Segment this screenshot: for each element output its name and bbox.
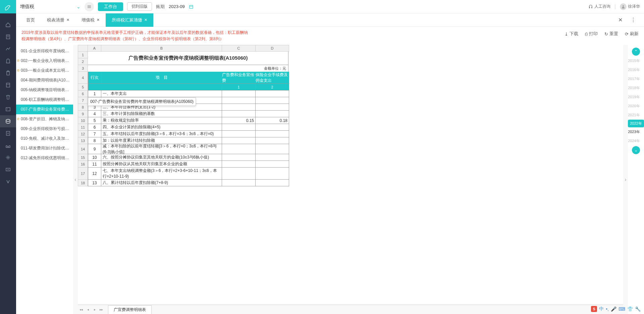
cell-value[interactable] (222, 97, 256, 104)
sheet-nav-next[interactable]: ▸ (91, 306, 98, 314)
row-header[interactable]: 4 (78, 72, 88, 84)
ime-tool-icon[interactable]: 🔧 (635, 306, 641, 312)
sheet-nav-first[interactable]: ◂◂ (78, 306, 85, 314)
year-item[interactable]: 2021年 (628, 111, 644, 120)
reset-button[interactable]: ↻重置 (604, 31, 618, 37)
ime-lang[interactable]: 中 (599, 306, 604, 312)
year-item[interactable]: 2020年 (628, 102, 644, 111)
tree-item[interactable]: 011-研发费用加计扣除优惠... (16, 143, 73, 153)
row-header[interactable]: 7 (78, 97, 88, 104)
row-header[interactable]: 9 (78, 111, 88, 117)
tree-item[interactable]: ⊘003-一般企业成本支出明细... (16, 66, 73, 75)
cell-value[interactable] (256, 168, 289, 180)
cell-value[interactable] (256, 131, 289, 137)
cell-value[interactable] (256, 137, 289, 144)
user-menu[interactable]: 徐泽华 (620, 3, 640, 10)
cell-value[interactable]: 0.18 (256, 117, 289, 124)
close-all-button[interactable]: ✕ (614, 17, 627, 23)
tab-tax-list[interactable]: 税表清册✕ (41, 13, 75, 27)
tree-item[interactable]: 010-免税、减计收入及加计... (16, 134, 73, 143)
row-header[interactable]: 12 (78, 131, 88, 137)
cell-value[interactable] (256, 111, 289, 117)
collapse-tree-button[interactable]: ‹ (73, 45, 78, 314)
col-header[interactable]: C (222, 45, 256, 52)
nav-doc-icon[interactable] (0, 31, 16, 43)
col-header[interactable]: B (101, 45, 222, 52)
refresh-button[interactable]: ⟳刷新 (625, 31, 639, 37)
cell-value[interactable] (222, 168, 256, 180)
row-header[interactable]: 18 (78, 180, 88, 186)
year-scroll-down[interactable]: ⌄ (632, 146, 640, 154)
tree-item[interactable]: 006-职工薪酬纳税调整明细... (16, 95, 73, 105)
nav-image-icon[interactable] (0, 103, 16, 115)
nav-chart-icon[interactable] (0, 43, 16, 55)
cell-value[interactable] (222, 124, 256, 131)
tab-vat[interactable]: 增值税✕ (75, 13, 106, 27)
nav-clipboard-icon[interactable] (0, 67, 16, 79)
cell-value[interactable] (256, 144, 289, 154)
year-scroll-up[interactable]: ⌃ (632, 48, 640, 56)
cell-value[interactable] (222, 111, 256, 117)
nav-bag-icon[interactable] (0, 55, 16, 67)
more-tabs-button[interactable]: ⋮ (627, 17, 640, 23)
cell-value[interactable] (256, 104, 289, 111)
year-item[interactable]: 2024年 (628, 136, 644, 145)
tree-item[interactable]: 005-纳税调整项目明细表(A1... (16, 85, 73, 95)
cell-value[interactable] (222, 137, 256, 144)
list-icon-button[interactable] (85, 2, 94, 11)
grid-corner[interactable] (78, 45, 88, 52)
nav-shirt-icon[interactable] (0, 91, 16, 103)
year-item[interactable]: 2019年 (628, 92, 644, 102)
year-item[interactable]: 2016年 (628, 65, 644, 74)
year-item[interactable]: 2017年 (628, 74, 644, 83)
tree-item[interactable]: 007-广告费和业务宣传费跨... (16, 105, 73, 114)
tab-home[interactable]: 首页 (20, 13, 41, 27)
nav-export-icon[interactable] (0, 127, 16, 139)
row-header[interactable]: 1 (78, 52, 88, 58)
tree-item[interactable]: ⊘008-资产折旧、摊销及纳税... (16, 114, 73, 124)
nav-calc-icon[interactable] (0, 79, 16, 91)
sheet-nav-prev[interactable]: ◂ (85, 306, 91, 314)
tree-item[interactable]: 004-期间费用明细表(A1040... (16, 75, 73, 85)
row-header[interactable]: 10 (78, 117, 88, 124)
module-selector[interactable]: 增值税 ⌄ (20, 4, 80, 10)
expand-panel-button[interactable]: › (623, 45, 628, 314)
close-icon[interactable]: ✕ (66, 18, 69, 22)
nav-inbox-icon[interactable] (0, 139, 16, 151)
nav-home-icon[interactable] (0, 19, 16, 31)
row-header[interactable]: 15 (78, 154, 88, 161)
nav-tax-icon[interactable] (0, 115, 16, 127)
cell-value[interactable] (256, 154, 289, 161)
ime-punct-icon[interactable]: •, (606, 306, 609, 312)
row-header[interactable]: 5 (78, 84, 88, 90)
year-item[interactable]: 2022年 (628, 120, 644, 127)
cell-value[interactable] (256, 161, 289, 168)
close-icon[interactable]: ✕ (97, 18, 100, 22)
ime-keyboard-icon[interactable]: ⌨ (619, 306, 625, 312)
col-header[interactable]: D (256, 45, 289, 52)
old-version-button[interactable]: 切到旧版 (127, 2, 152, 11)
spreadsheet[interactable]: ABCD 123456789101112131415161718 广告费和业务宣… (78, 45, 623, 305)
row-header[interactable]: 6 (78, 90, 88, 97)
cell-value[interactable] (222, 180, 256, 186)
ime-skin-icon[interactable]: 👕 (627, 306, 633, 312)
cell-value[interactable] (222, 144, 256, 154)
print-button[interactable]: ⎙打印 (585, 31, 598, 37)
year-item[interactable]: 2015年 (628, 56, 644, 65)
tree-item[interactable]: 009-企业所得税弥补亏损明... (16, 124, 73, 134)
year-item[interactable]: 2023年 (628, 127, 644, 136)
row-header[interactable]: 2 (78, 58, 88, 65)
support-link[interactable]: 人工咨询 (588, 4, 610, 9)
close-icon[interactable]: ✕ (144, 18, 147, 22)
cell-value[interactable] (222, 90, 256, 97)
tree-item[interactable]: 012-减免所得税优惠明细表(... (16, 153, 73, 163)
calendar-icon[interactable] (189, 4, 194, 9)
cell-value[interactable] (256, 124, 289, 131)
row-header[interactable]: 17 (78, 168, 88, 180)
ime-mic-icon[interactable]: 🎤 (611, 306, 616, 312)
tree-item[interactable]: ⊘002-一般企业收入明细表(A... (16, 56, 73, 66)
cell-value[interactable] (256, 180, 289, 186)
col-header[interactable]: A (88, 45, 101, 52)
period-value[interactable]: 2023-09 (169, 4, 185, 9)
download-button[interactable]: ⤓下载 (565, 31, 578, 37)
